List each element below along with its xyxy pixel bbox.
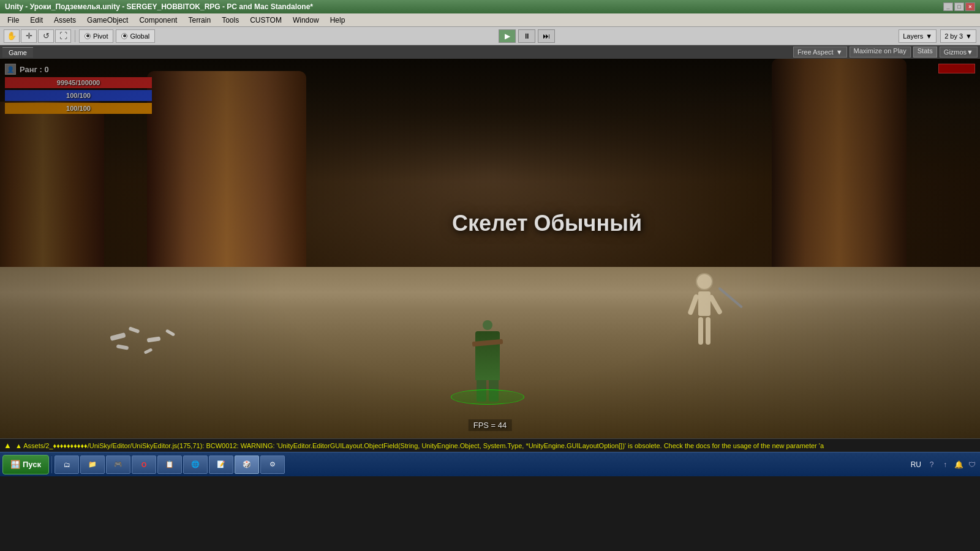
minimize-button[interactable]: _	[943, 2, 953, 11]
taskbar-item-unity[interactable]: 🎲	[235, 455, 259, 474]
taskbar-item-app2[interactable]: 📋	[157, 455, 182, 474]
maximize-on-play-button[interactable]: Maximize on Play	[850, 47, 911, 58]
layout-chevron-icon: ▼	[965, 32, 972, 40]
warning-text: ▲ Assets/2_♦♦♦♦♦♦♦♦♦♦/UniSky/Editor/UniS…	[15, 442, 824, 449]
layers-chevron-icon: ▼	[925, 32, 932, 40]
rotate-tool-button[interactable]: ↺	[38, 29, 54, 43]
gizmos-button[interactable]: Gizmos ▼	[940, 47, 978, 58]
taskbar-item-notepad[interactable]: 📝	[209, 455, 233, 474]
game-tab[interactable]: Game	[2, 47, 33, 58]
pause-button[interactable]: ⏸	[518, 29, 535, 43]
skeleton-body	[686, 273, 723, 347]
taskbar: 🪟 Пуск 🗂 📁 🎮 O 📋 🌐 📝 🎲 ⚙ RU ? ↑ 🔔 🛡	[0, 452, 980, 476]
windows-logo-icon: 🪟	[10, 460, 20, 469]
skeleton-head	[696, 273, 713, 290]
layout-label: 2 by 3	[944, 32, 963, 40]
player-icon: 👤	[5, 64, 16, 75]
update-tray-icon[interactable]: ↑	[940, 459, 951, 470]
taskbar-item-explorer1[interactable]: 🗂	[55, 455, 79, 474]
warning-bar: ▲ ▲ Assets/2_♦♦♦♦♦♦♦♦♦♦/UniSky/Editor/Un…	[0, 438, 980, 452]
game-view-header: Game Free Aspect ▼ Maximize on Play Stat…	[0, 45, 980, 59]
stamina-bar: 100/100	[5, 103, 152, 114]
opera-icon: O	[141, 461, 147, 468]
help-tray-icon[interactable]: ?	[926, 459, 937, 470]
layers-dropdown[interactable]: Layers ▼	[899, 29, 937, 43]
close-button[interactable]: ×	[965, 2, 975, 11]
menu-custom[interactable]: CUSTOM	[245, 15, 287, 26]
debris-3	[147, 337, 161, 343]
taskbar-item-explorer2[interactable]: 📁	[80, 455, 105, 474]
menu-tools[interactable]: Tools	[217, 15, 244, 26]
menu-gameobject[interactable]: GameObject	[82, 15, 133, 26]
skeleton-torso	[698, 291, 710, 316]
stats-button[interactable]: Stats	[913, 47, 937, 58]
unity2-icon: ⚙	[270, 460, 276, 468]
layers-label: Layers	[903, 32, 923, 40]
player-body	[475, 331, 500, 380]
skeleton-enemy	[686, 273, 723, 347]
menu-component[interactable]: Component	[134, 15, 182, 26]
language-indicator: RU	[908, 460, 924, 469]
taskbar-item-app1[interactable]: 🎮	[106, 455, 130, 474]
menu-terrain[interactable]: Terrain	[183, 15, 216, 26]
explorer1-icon: 🗂	[64, 461, 70, 468]
player-weapon	[472, 339, 503, 347]
aspect-chevron-icon: ▼	[836, 48, 843, 56]
skeleton-leg-left	[698, 317, 703, 345]
transform-tools: ✋ ✛ ↺ ⛶	[4, 29, 71, 43]
health-bar: 99945/100000	[5, 77, 152, 88]
app2-icon: 📋	[165, 460, 174, 468]
toolbar: ✋ ✛ ↺ ⛶ Pivot Global ▶ ⏸ ⏭ Layers ▼ 2 by…	[0, 27, 980, 45]
skeleton-arm-right	[708, 294, 723, 315]
rank-text: Ранг : 0	[20, 65, 49, 74]
menu-bar: File Edit Assets GameObject Component Te…	[0, 13, 980, 27]
window-title: Unity - Уроки_Подземелья.unity - SERGEY_…	[5, 2, 313, 11]
start-button[interactable]: 🪟 Пуск	[2, 455, 49, 474]
explorer2-icon: 📁	[88, 460, 97, 468]
move-tool-button[interactable]: ✛	[21, 29, 37, 43]
right-toolbar: Layers ▼ 2 by 3 ▼	[899, 29, 976, 43]
scale-tool-button[interactable]: ⛶	[55, 29, 71, 43]
taskbar-item-opera[interactable]: O	[132, 455, 156, 474]
taskbar-item-chrome[interactable]: 🌐	[183, 455, 208, 474]
menu-window[interactable]: Window	[288, 15, 324, 26]
title-bar: Unity - Уроки_Подземелья.unity - SERGEY_…	[0, 0, 980, 13]
menu-assets[interactable]: Assets	[49, 15, 81, 26]
player-character	[475, 331, 500, 402]
enemy-health-bar	[938, 64, 975, 73]
game-viewport: 👤 Ранг : 0 99945/100000 100/100 100/100	[0, 59, 980, 438]
layout-dropdown[interactable]: 2 by 3 ▼	[940, 29, 976, 43]
ground-debris	[110, 328, 184, 365]
stats-label: Stats	[918, 47, 933, 54]
game-tab-label: Game	[9, 49, 27, 56]
unity-icon: 🎲	[243, 460, 251, 468]
maximize-button[interactable]: □	[954, 2, 964, 11]
menu-file[interactable]: File	[2, 15, 24, 26]
taskbar-item-unity2[interactable]: ⚙	[260, 455, 285, 474]
debris-5	[116, 344, 129, 350]
menu-help[interactable]: Help	[325, 15, 350, 26]
toolbar-separator-1	[75, 30, 75, 42]
cave-scene: 👤 Ранг : 0 99945/100000 100/100 100/100	[0, 59, 980, 438]
notification-tray-icon[interactable]: 🔔	[953, 459, 964, 470]
skeleton-arm-left	[687, 294, 699, 316]
pivot-radio	[85, 33, 91, 39]
play-controls: ▶ ⏸ ⏭	[157, 29, 896, 43]
security-tray-icon[interactable]: 🛡	[967, 459, 978, 470]
hand-tool-button[interactable]: ✋	[4, 29, 20, 43]
hud: 👤 Ранг : 0 99945/100000 100/100 100/100	[5, 64, 152, 116]
global-radio	[121, 33, 127, 39]
aspect-selector[interactable]: Free Aspect ▼	[793, 47, 847, 58]
step-button[interactable]: ⏭	[538, 29, 555, 43]
aspect-label: Free Aspect	[797, 48, 834, 56]
notepad-icon: 📝	[217, 460, 225, 468]
pivot-button[interactable]: Pivot	[79, 29, 113, 43]
taskbar-separator	[51, 456, 52, 473]
rank-display: 👤 Ранг : 0	[5, 64, 152, 75]
skeleton-legs	[686, 317, 723, 345]
player-selection-circle	[451, 389, 524, 405]
chrome-icon: 🌐	[191, 460, 200, 468]
menu-edit[interactable]: Edit	[25, 15, 48, 26]
play-button[interactable]: ▶	[499, 29, 516, 43]
global-button[interactable]: Global	[116, 29, 155, 43]
